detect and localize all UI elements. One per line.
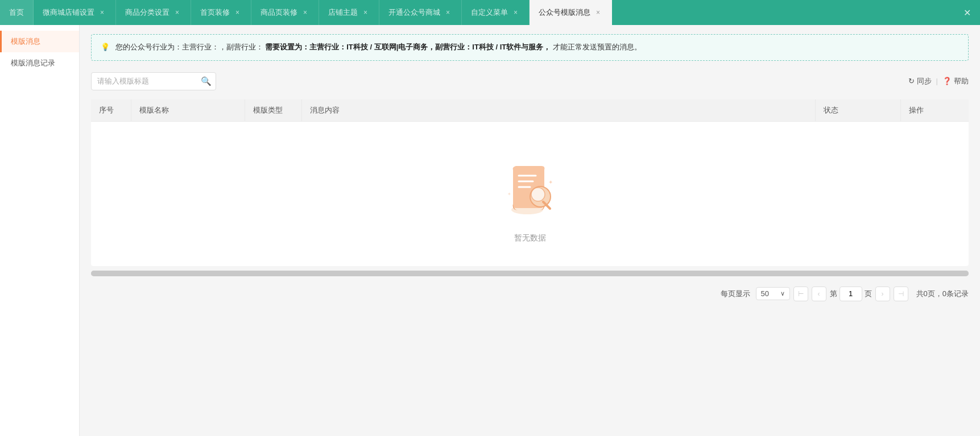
tab-template-msg[interactable]: 公众号模版消息 × xyxy=(530,0,612,25)
sidebar-item-template-msg-record[interactable]: 模版消息记录 xyxy=(0,52,79,74)
tab-category-label: 商品分类设置 xyxy=(125,7,169,18)
svg-point-5 xyxy=(531,188,545,201)
col-header-type: 模版类型 xyxy=(245,99,301,122)
tab-category-close[interactable]: × xyxy=(173,7,181,18)
svg-text:✦: ✦ xyxy=(548,179,553,185)
col-header-status: 状态 xyxy=(815,99,900,122)
col-header-index: 序号 xyxy=(91,99,131,122)
tab-homepage-decor-label: 首页装修 xyxy=(200,7,230,18)
toolbar-divider: | xyxy=(936,77,938,85)
search-input-wrap: 🔍 xyxy=(91,72,216,90)
total-info: 共0页，0条记录 xyxy=(916,289,969,299)
tab-open-mall-close[interactable]: × xyxy=(444,7,452,18)
data-table: 序号 模版名称 模版类型 消息内容 状态 操作 xyxy=(91,99,969,266)
tab-template-msg-close[interactable]: × xyxy=(594,7,602,18)
page-label-pre: 第 xyxy=(830,289,837,299)
per-page-select[interactable]: 50 ∨ xyxy=(756,287,790,300)
tab-home[interactable]: 首页 xyxy=(0,0,34,25)
main-layout: 模版消息 模版消息记录 💡 您的公众号行业为：主营行业：，副营行业： 需要设置为… xyxy=(0,25,980,436)
tab-home-label: 首页 xyxy=(9,7,24,18)
empty-illustration: ✦ ✦ xyxy=(496,156,564,224)
tab-custom-menu-close[interactable]: × xyxy=(511,7,520,18)
tab-product-decor-close[interactable]: × xyxy=(301,7,309,18)
help-label: 帮助 xyxy=(954,76,969,86)
per-page-chevron: ∨ xyxy=(780,290,785,297)
sync-label: 同步 xyxy=(917,76,932,86)
col-header-content: 消息内容 xyxy=(301,99,815,122)
notice-prefix: 您的公众号行业为：主营行业：，副营行业： xyxy=(115,43,263,51)
col-header-action: 操作 xyxy=(900,99,969,122)
search-bar: 🔍 ↻ 同步 | ❓ 帮助 xyxy=(91,72,969,90)
pagination: 每页显示 50 ∨ ⊢ ‹ 第 页 › ⊣ 共0页，0条记录 xyxy=(91,281,969,304)
tab-shop-settings-label: 微商城店铺设置 xyxy=(43,7,94,18)
tab-template-msg-label: 公众号模版消息 xyxy=(539,7,590,18)
empty-state: ✦ ✦ 暂无数据 xyxy=(91,122,969,266)
sidebar: 模版消息 模版消息记录 xyxy=(0,25,80,436)
tab-shop-settings-close[interactable]: × xyxy=(98,7,106,18)
tab-product-decor[interactable]: 商品页装修 × xyxy=(251,0,319,25)
help-icon: ❓ xyxy=(942,77,952,85)
col-header-name: 模版名称 xyxy=(131,99,245,122)
page-number-input[interactable] xyxy=(840,286,862,301)
help-button[interactable]: ❓ 帮助 xyxy=(942,76,969,86)
toolbar-right: ↻ 同步 | ❓ 帮助 xyxy=(908,76,969,86)
tab-homepage-decor-close[interactable]: × xyxy=(233,7,242,18)
empty-text: 暂无数据 xyxy=(514,233,546,243)
page-input-wrap: 第 页 xyxy=(830,286,872,301)
bulb-icon: 💡 xyxy=(101,43,110,51)
tab-open-mall[interactable]: 开通公众号商城 × xyxy=(379,0,462,25)
tab-open-mall-label: 开通公众号商城 xyxy=(388,7,440,18)
sync-button[interactable]: ↻ 同步 xyxy=(908,76,932,86)
per-page-value: 50 xyxy=(761,289,769,298)
tab-store-theme[interactable]: 店铺主题 × xyxy=(319,0,379,25)
page-prev-btn[interactable]: ‹ xyxy=(812,286,826,301)
table-header-row: 序号 模版名称 模版类型 消息内容 状态 操作 xyxy=(91,99,969,122)
tab-bar-close-all[interactable]: ✕ xyxy=(954,7,980,18)
sidebar-item-template-msg[interactable]: 模版消息 xyxy=(0,31,79,52)
tab-custom-menu-label: 自定义菜单 xyxy=(471,7,508,18)
notice-banner: 💡 您的公众号行业为：主营行业：，副营行业： 需要设置为：主营行业：IT科技 /… xyxy=(91,34,969,61)
sync-icon: ↻ xyxy=(908,77,915,85)
notice-highlight: 需要设置为：主营行业：IT科技 / 互联网|电子商务，副营行业：IT科技 / I… xyxy=(265,43,551,51)
empty-row: ✦ ✦ 暂无数据 xyxy=(91,121,969,266)
page-label-post: 页 xyxy=(865,289,872,299)
content-area: 💡 您的公众号行业为：主营行业：，副营行业： 需要设置为：主营行业：IT科技 /… xyxy=(80,25,980,436)
per-page-label: 每页显示 xyxy=(721,289,750,299)
search-input[interactable] xyxy=(91,72,216,90)
notice-suffix: 才能正常发送预置的消息。 xyxy=(553,43,642,51)
table-scroll-thumb[interactable] xyxy=(91,271,969,276)
sidebar-item-template-msg-record-label: 模版消息记录 xyxy=(11,59,55,67)
page-first-btn[interactable]: ⊢ xyxy=(793,286,808,301)
sidebar-item-template-msg-label: 模版消息 xyxy=(11,37,40,45)
page-next-btn[interactable]: › xyxy=(875,286,890,301)
page-last-btn[interactable]: ⊣ xyxy=(894,286,908,301)
table-scrollbar[interactable] xyxy=(91,271,969,276)
tab-shop-settings[interactable]: 微商城店铺设置 × xyxy=(34,0,116,25)
tab-store-theme-close[interactable]: × xyxy=(361,7,370,18)
tab-bar: 首页 微商城店铺设置 × 商品分类设置 × 首页装修 × 商品页装修 × 店铺主… xyxy=(0,0,980,25)
tab-category-settings[interactable]: 商品分类设置 × xyxy=(116,0,191,25)
search-icon[interactable]: 🔍 xyxy=(201,76,212,86)
tab-store-theme-label: 店铺主题 xyxy=(328,7,358,18)
tab-custom-menu[interactable]: 自定义菜单 × xyxy=(462,0,530,25)
svg-text:✦: ✦ xyxy=(507,192,511,197)
tab-homepage-decor[interactable]: 首页装修 × xyxy=(191,0,251,25)
tab-product-decor-label: 商品页装修 xyxy=(260,7,297,18)
